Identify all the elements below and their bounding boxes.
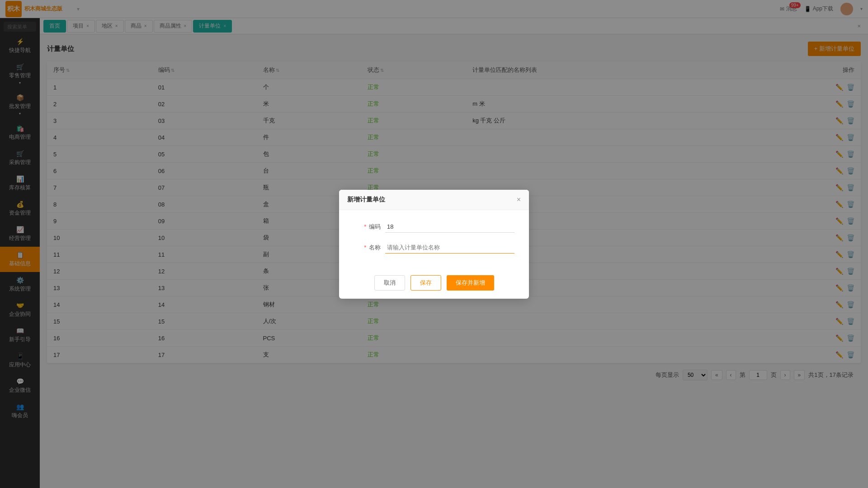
form-label-name: * 名称 (354, 244, 381, 252)
modal-body: * 编码 * 名称 (339, 210, 529, 270)
modal-close-btn[interactable]: × (517, 196, 521, 204)
required-mark-code: * (364, 223, 366, 230)
name-input[interactable] (385, 242, 514, 253)
form-row-name: * 名称 (354, 242, 514, 253)
required-mark-name: * (364, 244, 366, 251)
cancel-button[interactable]: 取消 (374, 275, 405, 291)
code-input[interactable] (385, 221, 514, 233)
save-button[interactable]: 保存 (410, 275, 441, 291)
form-label-code: * 编码 (354, 223, 381, 231)
add-unit-modal: 新增计量单位 × * 编码 * 名称 取消 保存 保存并新增 (339, 190, 529, 299)
form-row-code: * 编码 (354, 221, 514, 233)
modal-overlay: 新增计量单位 × * 编码 * 名称 取消 保存 保存并新增 (0, 0, 868, 488)
save-new-button[interactable]: 保存并新增 (447, 275, 494, 291)
modal-footer: 取消 保存 保存并新增 (339, 270, 529, 299)
modal-header: 新增计量单位 × (339, 190, 529, 210)
modal-title: 新增计量单位 (347, 196, 385, 204)
